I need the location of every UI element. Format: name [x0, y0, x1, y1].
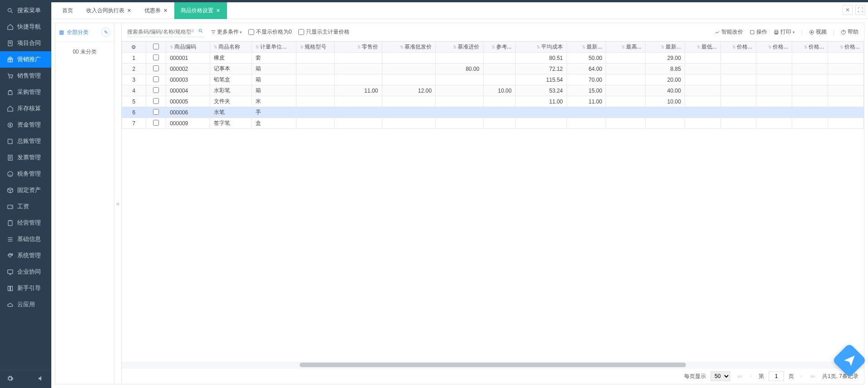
sidebar-item-5[interactable]: 采购管理 — [0, 84, 51, 100]
column-header-16[interactable]: ⇅价格... — [756, 42, 792, 53]
row-checkbox[interactable] — [153, 109, 159, 115]
table-row[interactable]: 1000001橡皮套80.5150.0029.00 — [122, 53, 864, 64]
sidebar-item-10[interactable]: 税务管理 — [0, 166, 51, 182]
sidebar-item-13[interactable]: 经营管理 — [0, 215, 51, 231]
search-icon[interactable] — [198, 28, 203, 35]
table-row[interactable]: 5000005文件夹米11.0011.0010.00 — [122, 96, 864, 107]
cell[interactable] — [146, 53, 166, 64]
column-header-5[interactable]: ⇅规格型号 — [296, 42, 334, 53]
hide-zero-price-checkbox[interactable]: 不显示价格为0 — [248, 28, 292, 36]
column-header-4[interactable]: ⇅计量单位... — [252, 42, 296, 53]
fullscreen-icon[interactable]: ⛶ — [855, 5, 865, 15]
sidebar-item-4[interactable]: 销售管理 — [0, 68, 51, 84]
column-header-6[interactable]: ⇅零售价 — [334, 42, 382, 53]
first-page-button[interactable]: ⏮ — [735, 373, 744, 379]
column-header-0[interactable]: ⚙ — [122, 42, 146, 53]
sidebar-item-16[interactable]: 企业协同 — [0, 264, 51, 280]
row-checkbox[interactable] — [153, 76, 159, 82]
sidebar-item-9[interactable]: 发票管理 — [0, 149, 51, 166]
all-categories-label[interactable]: 全部分类 — [67, 29, 89, 36]
sidebar-item-15[interactable]: 系统管理 — [0, 247, 51, 264]
horizontal-scrollbar[interactable] — [122, 362, 864, 368]
row-checkbox[interactable] — [153, 65, 159, 71]
table-row[interactable]: 4000004水彩笔箱11.0012.0010.0053.2415.0040.0… — [122, 85, 864, 96]
sidebar-item-14[interactable]: 基础信息 — [0, 231, 51, 247]
close-all-tabs-icon[interactable]: ✕ — [843, 5, 853, 15]
sidebar-item-7[interactable]: 资金管理 — [0, 117, 51, 133]
sidebar-item-1[interactable]: 快捷导航 — [0, 19, 51, 35]
settings-gear-icon[interactable] — [6, 375, 14, 383]
column-header-2[interactable]: ⇅商品编码 — [166, 42, 210, 53]
cell[interactable] — [146, 118, 166, 129]
only-main-unit-checkbox[interactable]: 只显示主计量价格 — [298, 28, 350, 36]
column-header-12[interactable]: ⇅最高... — [606, 42, 646, 53]
sidebar-item-8[interactable]: 总账管理 — [0, 133, 51, 149]
column-header-14[interactable]: ⇅最低... — [685, 42, 720, 53]
table-settings-gear-icon[interactable]: ⚙ — [131, 44, 136, 50]
tab-3[interactable]: 商品价格设置✕ — [174, 2, 227, 19]
row-checkbox[interactable] — [153, 120, 159, 126]
cell[interactable]: 4 — [122, 85, 146, 96]
column-header-8[interactable]: ⇅基准进价 — [435, 42, 483, 53]
cell[interactable]: 7 — [122, 118, 146, 129]
table-row[interactable]: 7000009签字笔盒 — [122, 118, 864, 129]
help-button[interactable]: 帮助 — [841, 28, 858, 36]
page-input[interactable] — [769, 371, 784, 381]
row-checkbox[interactable] — [153, 54, 159, 60]
cell[interactable]: 1 — [122, 53, 146, 64]
close-tab-icon[interactable]: ✕ — [127, 8, 131, 14]
tab-2[interactable]: 优惠券✕ — [138, 2, 174, 19]
sidebar-item-12[interactable]: 工资 — [0, 198, 51, 215]
column-header-15[interactable]: ⇅价格... — [720, 42, 756, 53]
table-row[interactable]: 2000002记事本箱80.0072.1264.008.85 — [122, 64, 864, 74]
next-page-button[interactable]: › — [799, 373, 804, 379]
column-header-18[interactable]: ⇅价格... — [828, 42, 864, 53]
cell[interactable]: 2 — [122, 64, 146, 74]
cell[interactable]: 5 — [122, 96, 146, 107]
print-button[interactable]: 打印▾ — [774, 28, 795, 36]
collapse-left-panel-icon[interactable]: « — [114, 23, 122, 384]
video-help-button[interactable]: 视频 — [809, 28, 827, 36]
tab-1[interactable]: 收入合同执行表✕ — [80, 2, 138, 19]
cell[interactable] — [146, 74, 166, 85]
close-tab-icon[interactable]: ✕ — [163, 8, 168, 14]
table-row[interactable]: 3000003铅笔盒箱115.5470.0020.00 — [122, 74, 864, 85]
sidebar-item-17[interactable]: 新手引导 — [0, 280, 51, 296]
last-page-button[interactable]: ⏭ — [809, 373, 818, 379]
column-header-7[interactable]: ⇅基准批发价 — [382, 42, 435, 53]
tab-0[interactable]: 首页 — [56, 2, 80, 19]
prev-page-button[interactable]: ‹ — [749, 373, 754, 379]
sidebar-item-3[interactable]: 营销推广 — [0, 51, 51, 68]
more-conditions-button[interactable]: 更多条件▾ — [211, 28, 242, 36]
sidebar-item-11[interactable]: 固定资产 — [0, 182, 51, 198]
tree-item-uncategorized[interactable]: 00 未分类 — [73, 49, 97, 55]
operate-button[interactable]: 操作 — [750, 28, 767, 36]
row-checkbox[interactable] — [153, 98, 159, 104]
cell[interactable] — [146, 85, 166, 96]
sidebar-item-2[interactable]: 项目合同 — [0, 35, 51, 51]
column-header-11[interactable]: ⇅最新... — [567, 42, 606, 53]
cell[interactable]: 6 — [122, 107, 146, 118]
select-all-checkbox[interactable] — [153, 44, 159, 49]
volume-icon[interactable] — [38, 375, 45, 383]
column-header-3[interactable]: ⇅商品名称 — [210, 42, 252, 53]
smart-edit-price-button[interactable]: 智能改价 — [715, 28, 743, 36]
cell[interactable] — [146, 96, 166, 107]
close-tab-icon[interactable]: ✕ — [216, 8, 220, 14]
column-header-10[interactable]: ⇅平均成本 — [515, 42, 567, 53]
edit-category-icon[interactable]: ✎ — [101, 28, 110, 37]
column-header-17[interactable]: ⇅价格... — [792, 42, 828, 53]
row-checkbox[interactable] — [153, 87, 159, 93]
sidebar-item-18[interactable]: 云应用 — [0, 296, 51, 313]
sidebar-item-0[interactable]: 搜索菜单 — [0, 2, 51, 19]
per-page-select[interactable]: 50 — [710, 371, 730, 381]
column-header-13[interactable]: ⇅最新... — [646, 42, 685, 53]
search-input[interactable] — [127, 27, 204, 37]
cell[interactable]: 3 — [122, 74, 146, 85]
sidebar-item-6[interactable]: 库存核算 — [0, 100, 51, 117]
column-header-1[interactable] — [146, 42, 166, 53]
column-header-9[interactable]: ⇅参考... — [483, 42, 515, 53]
table-row[interactable]: 6000006水笔手 — [122, 107, 864, 118]
cell[interactable] — [146, 64, 166, 74]
cell[interactable] — [146, 107, 166, 118]
